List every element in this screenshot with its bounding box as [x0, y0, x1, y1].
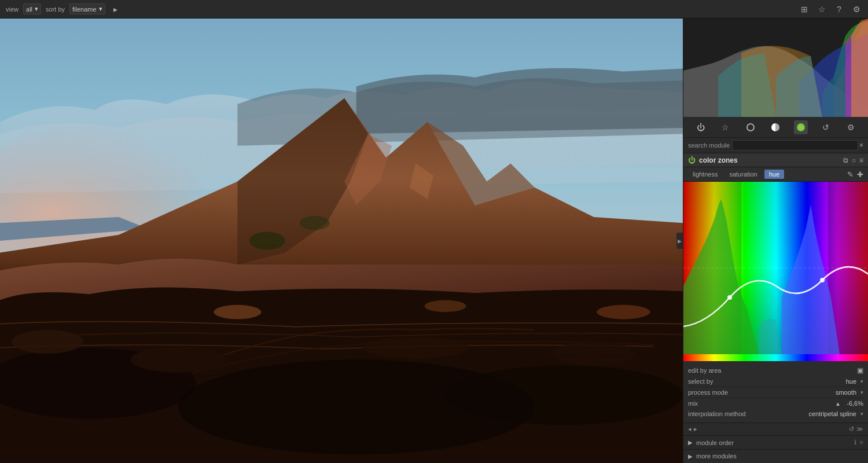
sort-direction-icon[interactable]: ▸	[110, 3, 122, 15]
svg-point-7	[362, 337, 469, 358]
landscape-image	[0, 19, 683, 463]
svg-point-10	[425, 300, 466, 313]
interpolation-label: interpolation method	[688, 410, 808, 417]
select-by-value: hue	[846, 378, 856, 385]
module-order-item[interactable]: ▶ module order ℹ ≡	[683, 435, 868, 449]
top-bar: view all ▾ sort by filename ▾ ▸ ⊞ ☆ ? ⚙	[0, 0, 868, 19]
top-bar-left: view all ▾ sort by filename ▾ ▸	[6, 3, 793, 15]
mix-value: -6,6%	[843, 400, 863, 407]
svg-point-13	[300, 216, 329, 230]
half-circle-visual	[771, 123, 779, 131]
star-icon[interactable]: ☆	[719, 120, 733, 134]
mix-row: mix ▲ -6,6%	[688, 398, 863, 409]
module-title: color zones	[699, 156, 843, 164]
interpolation-dropdown[interactable]: centripetal spline ▾	[808, 410, 863, 417]
edit-area-row: edit by area ▣	[688, 365, 863, 376]
process-mode-label: process mode	[688, 389, 836, 396]
module-power-icon[interactable]: ⏻	[688, 156, 696, 164]
mix-up-icon[interactable]: ▲	[835, 400, 841, 407]
module-icons: ⧉ ○ ≡	[843, 156, 863, 164]
svg-rect-22	[683, 354, 868, 361]
tab-saturation[interactable]: saturation	[724, 170, 762, 179]
rotate-left-icon[interactable]: ↺	[819, 120, 833, 134]
more-modules-arrow: ▶	[688, 453, 693, 460]
color-circle-icon[interactable]	[794, 120, 808, 134]
search-input[interactable]	[732, 140, 858, 150]
image-area: ▸	[0, 19, 683, 463]
circle-icon	[746, 123, 755, 131]
search-label: search module	[688, 142, 730, 149]
interpolation-value: centripetal spline	[808, 410, 856, 417]
module-order-info-icon[interactable]: ℹ	[854, 439, 856, 446]
process-mode-row: process mode smooth ▾	[688, 387, 863, 398]
sortby-value: filename	[72, 6, 97, 13]
help-icon[interactable]: ?	[833, 3, 845, 15]
bottom-icons-row: ◂ ▸ ↺ ≫	[683, 422, 868, 435]
filter-arrow: ▾	[35, 5, 38, 13]
toolbar-row: ⏻ ☆ ↺ ⚙	[683, 117, 868, 138]
interpolation-arrow: ▾	[860, 411, 863, 417]
mix-slider-container: ▲ -6,6%	[835, 400, 863, 407]
svg-point-20	[820, 278, 825, 282]
star-icon[interactable]: ☆	[816, 3, 827, 15]
reset-icon[interactable]: ↺	[849, 425, 854, 433]
histogram	[683, 19, 868, 117]
color-circle-visual	[797, 123, 805, 131]
half-circle-icon[interactable]	[768, 120, 782, 134]
power-icon[interactable]: ⏻	[694, 120, 708, 134]
circle-outline-icon[interactable]	[744, 120, 757, 134]
image-placeholder	[0, 19, 683, 463]
chart-svg	[683, 182, 868, 361]
edit-point-icon[interactable]: ✎	[847, 170, 854, 179]
panel-expand-icon[interactable]: ▸	[676, 233, 683, 249]
grid-icon[interactable]: ⊞	[799, 3, 810, 15]
module-order-label: module order	[696, 439, 854, 446]
process-mode-arrow: ▾	[860, 389, 863, 395]
process-mode-dropdown[interactable]: smooth ▾	[836, 389, 863, 396]
histogram-svg	[683, 19, 868, 117]
sortby-select[interactable]: filename ▾	[69, 3, 105, 14]
more-modules-label: more modules	[696, 453, 863, 460]
module-order-icons: ℹ ≡	[854, 439, 863, 446]
right-panel: ⏻ ☆ ↺ ⚙ search module × ⏻ color zones	[683, 19, 868, 463]
zoom-in-icon[interactable]: ▸	[694, 425, 697, 433]
interpolation-row: interpolation method centripetal spline …	[688, 409, 863, 419]
filter-select[interactable]: all ▾	[23, 3, 41, 14]
module-header: ⏻ color zones ⧉ ○ ≡	[683, 153, 868, 167]
edit-by-area-label: edit by area	[688, 367, 857, 374]
tab-hue[interactable]: hue	[764, 170, 784, 179]
mix-label: mix	[688, 400, 835, 407]
module-menu-icon[interactable]: ≡	[859, 156, 863, 164]
sortby-label: sort by	[46, 6, 65, 13]
module-order-menu-icon[interactable]: ≡	[860, 439, 863, 446]
more-modules-item[interactable]: ▶ more modules	[683, 449, 868, 462]
tab-icons: ✎ ✚	[847, 170, 863, 179]
svg-point-6	[131, 347, 226, 373]
select-by-row: select by hue ▾	[688, 376, 863, 387]
search-clear-icon[interactable]: ×	[859, 141, 863, 149]
module-order-arrow: ▶	[688, 439, 693, 446]
svg-point-5	[12, 330, 83, 354]
color-zone-chart[interactable]	[683, 182, 868, 361]
select-by-dropdown[interactable]: hue ▾	[846, 378, 863, 385]
more-icon[interactable]: ≫	[856, 425, 863, 433]
module-preset-icon[interactable]: ○	[852, 156, 856, 164]
top-bar-right: ⊞ ☆ ? ⚙	[799, 3, 862, 15]
view-label: view	[6, 6, 19, 13]
module-maximize-icon[interactable]: ⧉	[843, 156, 848, 164]
process-mode-value: smooth	[836, 389, 856, 396]
zoom-out-icon[interactable]: ◂	[688, 425, 692, 433]
tab-lightness[interactable]: lightness	[688, 170, 722, 179]
settings-icon[interactable]: ⚙	[851, 3, 862, 15]
svg-point-19	[727, 295, 732, 300]
controls-area: edit by area ▣ select by hue ▾ process m…	[683, 361, 868, 422]
sortby-arrow: ▾	[99, 5, 102, 13]
pick-color-icon[interactable]: ✚	[857, 170, 863, 179]
svg-point-4	[446, 365, 683, 425]
svg-point-11	[597, 305, 650, 319]
svg-point-9	[214, 305, 261, 319]
main-area: ▸	[0, 19, 868, 463]
edit-area-toggle-icon[interactable]: ▣	[857, 366, 863, 374]
module-settings-icon[interactable]: ⚙	[844, 120, 858, 134]
tabs-row: lightness saturation hue ✎ ✚	[683, 167, 868, 182]
